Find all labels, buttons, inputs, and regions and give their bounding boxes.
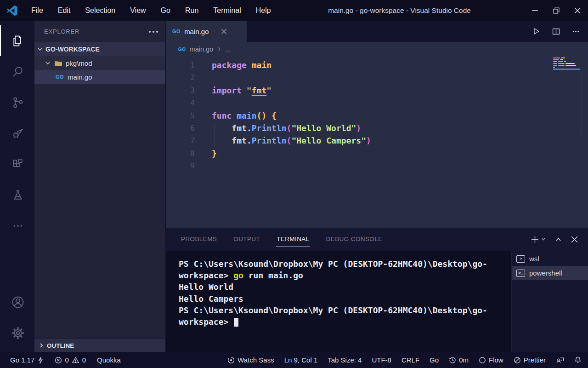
close-window-button[interactable] bbox=[567, 0, 588, 21]
statusbar-right: Watch Sass Ln 9, Col 1 Tab Size: 4 UTF-8… bbox=[217, 356, 582, 364]
settings-gear-icon[interactable] bbox=[0, 317, 34, 348]
folder-label: pkg\mod bbox=[66, 59, 92, 67]
editor-column: GO main.go GO main.go ... bbox=[165, 21, 588, 352]
menu-item-go[interactable]: Go bbox=[155, 5, 176, 17]
panel-tab-problems[interactable]: PROBLEMS bbox=[181, 232, 217, 247]
extensions-icon[interactable] bbox=[0, 149, 34, 179]
tab-close-icon[interactable] bbox=[221, 29, 227, 34]
terminal-line: workspace> bbox=[179, 316, 511, 328]
terminal-item-powershell[interactable]: >_powershell bbox=[512, 266, 588, 280]
minimize-button[interactable] bbox=[525, 0, 546, 21]
account-icon[interactable] bbox=[0, 287, 34, 317]
outline-section[interactable]: OUTLINE bbox=[34, 339, 165, 352]
panel-tab-output[interactable]: OUTPUT bbox=[233, 232, 260, 247]
code-token: func bbox=[212, 111, 237, 121]
testing-flask-icon[interactable] bbox=[0, 179, 34, 210]
terminal-output[interactable]: PS C:\Users\Ksound\Dropbox\My PC (DESKTO… bbox=[166, 251, 511, 352]
code-token: } bbox=[212, 149, 217, 158]
status-notifications[interactable] bbox=[574, 356, 582, 364]
status-timer[interactable]: 0m bbox=[449, 356, 469, 364]
new-terminal-button[interactable] bbox=[531, 236, 546, 243]
explorer-more-actions-icon[interactable] bbox=[149, 31, 158, 33]
status-watch-sass[interactable]: Watch Sass bbox=[227, 356, 274, 364]
status-problems[interactable]: 0 0 bbox=[55, 356, 86, 364]
tab-main-go[interactable]: GO main.go bbox=[166, 21, 247, 42]
chevron-right-icon bbox=[38, 342, 45, 349]
code-token: Hello Campers bbox=[179, 294, 243, 304]
status-tab-size[interactable]: Tab Size: 4 bbox=[328, 356, 362, 364]
panel-tabs: PROBLEMSOUTPUTTERMINALDEBUG CONSOLE bbox=[181, 232, 399, 247]
status-go-version[interactable]: Go 1.17 bbox=[10, 356, 44, 364]
menu-item-edit[interactable]: Edit bbox=[52, 5, 76, 17]
code-token: "Hello World" bbox=[291, 123, 356, 133]
code-token: ) bbox=[356, 123, 361, 133]
scrollbar[interactable] bbox=[582, 69, 582, 134]
code-token: { bbox=[271, 111, 277, 121]
menubar: FileEditSelectionViewGoRunTerminalHelp bbox=[26, 5, 277, 17]
menu-item-run[interactable]: Run bbox=[180, 5, 204, 17]
explorer-icon[interactable] bbox=[0, 25, 34, 56]
source-control-icon[interactable] bbox=[0, 87, 34, 118]
menu-item-terminal[interactable]: Terminal bbox=[208, 5, 246, 17]
minimap[interactable] bbox=[553, 58, 580, 70]
code-editor[interactable]: 1package main23import "fmt"45func main()… bbox=[166, 57, 588, 228]
split-editor-icon[interactable] bbox=[552, 28, 560, 35]
run-debug-icon[interactable] bbox=[0, 118, 34, 149]
menu-item-selection[interactable]: Selection bbox=[79, 5, 121, 17]
code-token: " bbox=[247, 86, 252, 95]
line-number: 4 bbox=[166, 97, 195, 109]
go-file-icon: GO bbox=[56, 74, 64, 80]
panel-tab-terminal[interactable]: TERMINAL bbox=[276, 232, 310, 247]
terminal-line: workspace> go run main.go bbox=[179, 270, 511, 281]
status-feedback[interactable] bbox=[556, 356, 564, 364]
lightning-icon bbox=[37, 356, 44, 364]
tree-item-folder[interactable]: pkg\mod bbox=[34, 56, 165, 70]
status-cursor-position[interactable]: Ln 9, Col 1 bbox=[284, 356, 318, 364]
code-token: () bbox=[257, 111, 267, 121]
plus-icon bbox=[531, 236, 539, 243]
breadcrumb-more[interactable]: ... bbox=[225, 46, 231, 53]
code-token: fmt bbox=[232, 136, 247, 145]
quokka-label: Quokka bbox=[97, 356, 121, 364]
more-actions-icon[interactable] bbox=[572, 28, 580, 35]
status-language[interactable]: Go bbox=[430, 356, 439, 364]
flow-label: Flow bbox=[489, 356, 503, 364]
minimap-slider[interactable] bbox=[553, 69, 580, 70]
panel-actions bbox=[531, 236, 588, 243]
run-file-icon[interactable] bbox=[532, 27, 540, 35]
breadcrumb-file[interactable]: main.go bbox=[190, 46, 214, 53]
menu-item-help[interactable]: Help bbox=[250, 5, 277, 17]
code-token: fmt bbox=[252, 86, 267, 95]
statusbar: Go 1.17 0 0 Quokka Watch Sass Ln 9, Col … bbox=[0, 352, 588, 368]
maximize-panel-icon[interactable] bbox=[555, 236, 562, 243]
status-flow[interactable]: Flow bbox=[479, 356, 503, 364]
code-text: fmt.Println("Hello World") bbox=[212, 122, 361, 134]
tree-item-main-go[interactable]: GO main.go bbox=[34, 70, 165, 84]
breadcrumb[interactable]: GO main.go ... bbox=[166, 42, 588, 57]
bottom-panel: PROBLEMSOUTPUTTERMINALDEBUG CONSOLE PS C… bbox=[166, 228, 588, 352]
status-eol[interactable]: CRLF bbox=[401, 356, 419, 364]
tree-item-workspace[interactable]: GO-WORKSPACE bbox=[34, 42, 165, 56]
eol-label: CRLF bbox=[401, 356, 419, 364]
code-line: 8} bbox=[166, 147, 588, 160]
titlebar: FileEditSelectionViewGoRunTerminalHelp m… bbox=[0, 0, 588, 21]
panel-tab-debug-console[interactable]: DEBUG CONSOLE bbox=[326, 232, 383, 247]
menu-item-view[interactable]: View bbox=[124, 5, 151, 17]
tab-size-label: Tab Size: 4 bbox=[328, 356, 362, 364]
code-line: 5func main() { bbox=[166, 109, 588, 122]
chevron-down-icon[interactable] bbox=[541, 237, 546, 242]
status-encoding[interactable]: UTF-8 bbox=[372, 356, 391, 364]
more-views-icon[interactable] bbox=[0, 210, 34, 241]
explorer-header: EXPLORER bbox=[34, 21, 165, 42]
restore-button[interactable] bbox=[546, 0, 567, 21]
search-icon[interactable] bbox=[0, 56, 34, 87]
close-panel-icon[interactable] bbox=[571, 236, 578, 243]
menu-item-file[interactable]: File bbox=[26, 5, 49, 17]
code-line: 3import "fmt" bbox=[166, 84, 588, 97]
main-area: EXPLORER GO-WORKSPACE pkg\mod GO main.go bbox=[0, 21, 588, 352]
history-clock-icon bbox=[449, 356, 456, 364]
terminal-item-wsl[interactable]: >wsl bbox=[512, 252, 588, 266]
status-prettier[interactable]: Prettier bbox=[514, 356, 546, 364]
error-icon bbox=[55, 356, 62, 364]
status-quokka[interactable]: Quokka bbox=[97, 356, 121, 364]
